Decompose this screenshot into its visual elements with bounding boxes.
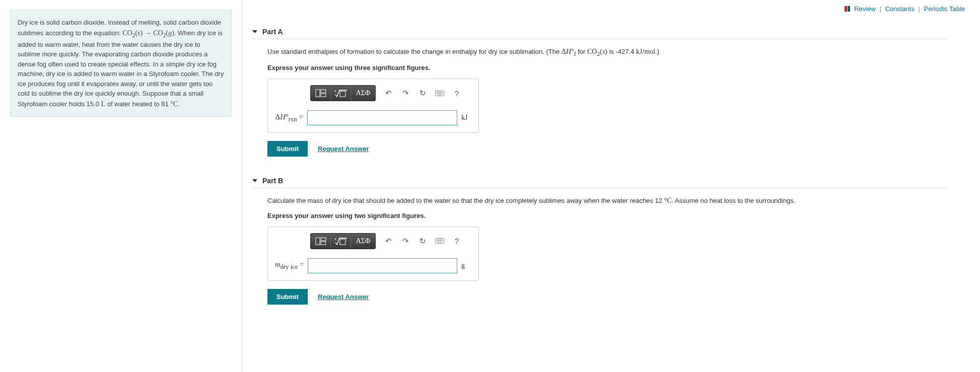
keyboard-button[interactable]	[431, 234, 448, 249]
sqrt-button[interactable]: x	[331, 234, 351, 249]
sqrt-button[interactable]: x	[331, 86, 351, 101]
part-b-prompt: Calculate the mass of dry ice that shoul…	[267, 195, 947, 206]
part-a-toolbar: x ΑΣΦ ↶ ↷ ↻ ?	[310, 85, 471, 101]
periodic-table-link[interactable]: Periodic Table	[924, 5, 965, 13]
undo-button[interactable]: ↶	[380, 234, 397, 249]
part-a-answer-box: x ΑΣΦ ↶ ↷ ↻ ?	[267, 79, 479, 133]
part-a-header[interactable]: Part A	[252, 28, 947, 39]
greek-button[interactable]: ΑΣΦ	[351, 234, 375, 249]
part-b-answer-box: x ΑΣΦ ↶ ↷ ↻ ?	[267, 227, 479, 281]
svg-rect-1	[321, 90, 326, 93]
undo-button[interactable]: ↶	[380, 86, 397, 101]
redo-button[interactable]: ↷	[397, 234, 414, 249]
part-a-prompt: Use standard enthalpies of formation to …	[267, 46, 947, 59]
part-a-variable-label: ΔH°rxn =	[275, 113, 303, 123]
part-a-request-answer-link[interactable]: Request Answer	[318, 145, 369, 153]
part-b-toolbar: x ΑΣΦ ↶ ↷ ↻ ?	[310, 233, 471, 249]
reset-button[interactable]: ↻	[414, 234, 431, 249]
redo-button[interactable]: ↷	[397, 86, 414, 101]
svg-text:x: x	[334, 237, 336, 241]
part-b-submit-button[interactable]: Submit	[267, 289, 308, 305]
caret-down-icon	[252, 30, 257, 33]
part-b-instruction: Express your answer using two significan…	[267, 212, 947, 219]
part-a-title: Part A	[262, 28, 283, 36]
part-a-instruction: Express your answer using three signific…	[267, 64, 947, 71]
templates-button[interactable]	[311, 86, 331, 101]
intro-text: Dry ice is solid carbon dioxide. Instead…	[18, 19, 224, 108]
svg-rect-2	[321, 94, 326, 97]
top-links: Review | Constants | Periodic Table	[845, 5, 965, 13]
svg-rect-13	[340, 239, 345, 245]
templates-button[interactable]	[311, 234, 331, 249]
problem-introduction: Dry ice is solid carbon dioxide. Instead…	[10, 10, 232, 117]
constants-link[interactable]: Constants	[885, 5, 915, 13]
review-link[interactable]: Review	[854, 5, 876, 13]
part-a-submit-button[interactable]: Submit	[267, 141, 308, 157]
greek-button[interactable]: ΑΣΦ	[351, 86, 375, 101]
part-b-request-answer-link[interactable]: Request Answer	[318, 293, 369, 301]
help-button[interactable]: ?	[448, 86, 465, 101]
svg-rect-10	[321, 238, 326, 241]
keyboard-button[interactable]	[431, 86, 448, 101]
book-icon	[845, 6, 851, 13]
part-b-variable-label: mdry ice =	[275, 260, 304, 271]
svg-rect-11	[321, 242, 326, 245]
part-b-answer-input[interactable]	[308, 258, 457, 273]
caret-down-icon	[252, 179, 257, 182]
part-b-title: Part B	[262, 177, 283, 185]
svg-rect-4	[340, 91, 345, 97]
part-a-unit: kJ	[461, 114, 471, 122]
reset-button[interactable]: ↻	[414, 86, 431, 101]
svg-rect-0	[316, 90, 320, 97]
help-button[interactable]: ?	[448, 234, 465, 249]
svg-text:x: x	[334, 89, 336, 93]
part-a-answer-input[interactable]	[307, 110, 457, 125]
part-b-header[interactable]: Part B	[252, 177, 947, 188]
svg-rect-9	[316, 238, 320, 245]
part-b-unit: g	[461, 262, 471, 270]
